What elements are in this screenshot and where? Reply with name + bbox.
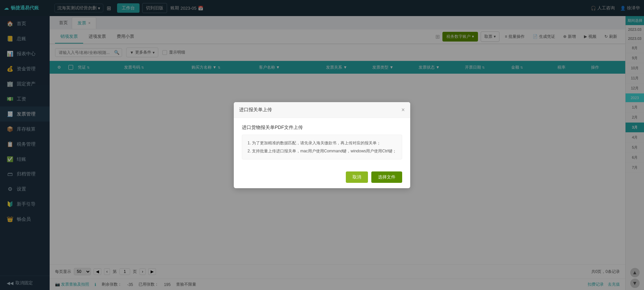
modal-close-button[interactable]: × bbox=[401, 107, 405, 113]
import-modal: 进口报关单上传 × 进口货物报关单PDF文件上传 1. 为了更加精准的数据匹配，… bbox=[234, 102, 410, 188]
modal-select-file-button[interactable]: 选择文件 bbox=[371, 171, 402, 183]
modal-body: 进口货物报关单PDF文件上传 1. 为了更加精准的数据匹配，请先录入海关缴款书，… bbox=[234, 118, 410, 166]
modal-footer: 取消 选择文件 bbox=[234, 166, 410, 188]
modal-cancel-button[interactable]: 取消 bbox=[346, 171, 368, 183]
modal-upload-title: 进口货物报关单PDF文件上传 bbox=[242, 125, 402, 131]
modal-instruction-2: 2. 支持批量上传进口报关单，mac用户使用Command键，windows用户… bbox=[248, 147, 396, 155]
modal-instruction-1: 1. 为了更加精准的数据匹配，请先录入海关缴款书，再上传对应的报关单； bbox=[248, 139, 396, 147]
modal-header: 进口报关单上传 × bbox=[234, 102, 410, 118]
modal-info-box: 1. 为了更加精准的数据匹配，请先录入海关缴款书，再上传对应的报关单； 2. 支… bbox=[242, 135, 402, 159]
modal-title: 进口报关单上传 bbox=[239, 107, 272, 113]
modal-overlay: 进口报关单上传 × 进口货物报关单PDF文件上传 1. 为了更加精准的数据匹配，… bbox=[0, 0, 644, 290]
